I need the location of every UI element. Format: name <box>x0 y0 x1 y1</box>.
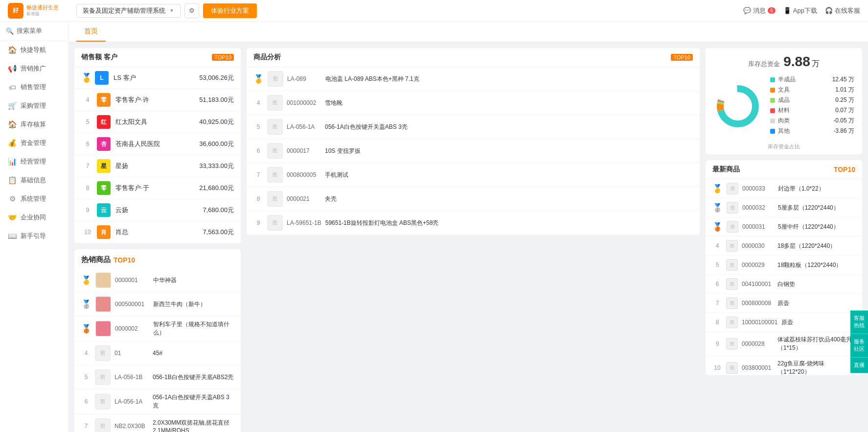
legend-color <box>770 129 775 134</box>
app-download-label: App下载 <box>793 6 817 15</box>
customer-value: 40,925.00元 <box>199 118 234 126</box>
legend-name: 成品 <box>778 96 827 104</box>
sidebar-item-operations[interactable]: 📊 经营管理 <box>0 152 68 171</box>
product-name: 59651-1B旋转投影灯电池盒 ABS黑色+58壳 <box>325 219 693 227</box>
hot-products-card: 热销商品 TOP10 🥇 0000001 中华神器 🥈 <box>74 249 241 432</box>
app-download-button[interactable]: 📱 App下载 <box>783 6 817 15</box>
rank-number: 6 <box>253 147 263 154</box>
rank-number: 7 <box>712 300 722 307</box>
legend-name: 材料 <box>778 106 827 115</box>
sidebar-item-home[interactable]: 🏠 快捷导航 <box>0 41 68 59</box>
product-code: 0000001 <box>115 277 149 284</box>
product-image: 图 <box>726 316 738 328</box>
customer-top10-card: 销售额 客户 TOP10 🥇 L LS 客户 53,006.26元 <box>74 48 241 243</box>
legend-value: -0.05 万 <box>830 117 854 125</box>
product-image: 图 <box>95 369 111 385</box>
most-sold-list: 🥇 图 LA-089 电池盖 LA-089 ABS本色+黑种 7.1克 4 图 … <box>247 67 700 235</box>
list-item: 6 图 0000017 10S 变扭罗扳 <box>247 139 700 163</box>
new-products-title: 最新商品 <box>712 165 834 174</box>
product-image: 图 <box>267 191 283 207</box>
live-button[interactable]: 直播 <box>850 358 868 373</box>
tab-home[interactable]: 首页 <box>76 22 106 42</box>
product-image: 图 <box>726 259 738 271</box>
logo-text: 畅捷通好生意 <box>26 4 59 11</box>
sidebar-item-label: 基础信息 <box>21 176 46 185</box>
medal-icon: 🥉 <box>81 324 91 334</box>
product-code: 0000021 <box>287 195 321 202</box>
online-service-button[interactable]: 🎧 在线客服 <box>825 6 860 15</box>
rank-number: 10 <box>81 229 94 236</box>
inventory-label: 库存总资金 <box>748 60 780 68</box>
sidebar-item-label: 库存核算 <box>21 120 46 129</box>
sidebar-item-collab[interactable]: 🤝 企业协同 <box>0 208 68 227</box>
rank-number: 7 <box>253 171 263 178</box>
middle-column: 商品分析 TOP10 🥇 图 LA-089 电池盖 LA-089 ABS本色+黑… <box>247 48 700 426</box>
new-products-list: 🥇 图 0000033 封边带（1.0*22） 🥈 图 0000032 5厘多层… <box>706 179 862 375</box>
legend-item: 肉类 -0.05 万 <box>770 117 854 125</box>
message-button[interactable]: 💬 消息 6 <box>743 6 776 15</box>
sidebar-item-inventory[interactable]: 🏠 库存核算 <box>0 115 68 134</box>
list-item: 9 图 LA-59651-1B 59651-1B旋转投影灯电池盒 ABS黑色+5… <box>247 211 700 235</box>
rank-number: 4 <box>712 242 722 249</box>
legend-value: 12.45 万 <box>830 75 854 84</box>
sidebar-item-finance[interactable]: 💰 资金管理 <box>0 134 68 152</box>
customer-list: 🥇 L LS 客户 53,006.26元 4 零 零售客户·许 51,183.0… <box>74 67 241 243</box>
message-label: 消息 <box>753 6 766 15</box>
list-item: 7 图 NB2.0X30B 2.0X30MM双搓花轴,搓花直径2.1MM/ROH… <box>74 414 241 432</box>
avatar: 杏 <box>97 137 111 151</box>
rank-number: 9 <box>712 340 722 347</box>
avatar: L <box>95 71 109 85</box>
rank-number: 6 <box>712 281 722 288</box>
legend-name: 肉类 <box>778 117 827 125</box>
sidebar-item-sales[interactable]: 🏷 销售管理 <box>0 78 68 96</box>
legend-area: 半成品 12.45 万 文具 1.01 万 <box>770 75 854 137</box>
inventory-unit: 万 <box>812 59 820 68</box>
settings-button[interactable]: ⚙ <box>184 3 199 18</box>
rank-number: 8 <box>253 195 263 202</box>
product-name: 5厘多层（1220*2440） <box>778 204 855 212</box>
list-item: 9 云 云扬 7,680.00元 <box>74 199 241 221</box>
sidebar-item-basic-info[interactable]: 📋 基础信息 <box>0 171 68 190</box>
product-image: 图 <box>267 143 283 159</box>
rank-number: 10 <box>712 364 722 371</box>
product-code: 10000100001 <box>742 319 777 326</box>
sidebar-item-purchase[interactable]: 🛒 采购管理 <box>0 96 68 115</box>
list-item: 🥇 图 LA-089 电池盖 LA-089 ABS本色+黑种 7.1克 <box>247 67 700 91</box>
medal-icon: 🥇 <box>712 184 723 194</box>
sidebar-item-guide[interactable]: 📖 新手引导 <box>0 227 68 245</box>
product-name: 手机测试 <box>325 171 693 179</box>
right-column: 库存总资金 9.88 万 <box>706 48 862 426</box>
sidebar-item-system[interactable]: ⚙ 系统管理 <box>0 190 68 208</box>
sidebar: 🔍 搜索菜单 🏠 快捷导航 📢 营销推广 🏷 销售管理 🛒 采购管理 🏠 <box>0 22 69 432</box>
rank-number: 6 <box>81 141 94 147</box>
finance-icon: 💰 <box>8 139 17 147</box>
product-image: 图 <box>95 418 111 432</box>
product-code: 004100001 <box>742 281 774 288</box>
list-item: 7 图 000800008 原壶 <box>706 294 862 313</box>
sidebar-search[interactable]: 🔍 搜索菜单 <box>0 22 68 41</box>
community-button[interactable]: 服务社区 <box>850 334 868 358</box>
rank-number: 7 <box>81 423 91 430</box>
svg-point-5 <box>725 94 751 119</box>
product-image: 图 <box>268 71 283 87</box>
customer-service-button[interactable]: 客服热线 <box>850 311 868 334</box>
sidebar-item-label: 系统管理 <box>21 194 46 203</box>
product-code: 0000028 <box>742 340 774 347</box>
nav-tab-bar: 首页 <box>69 22 868 42</box>
medal-icon: 🥈 <box>712 203 723 213</box>
customer-name: LS 客户 <box>114 73 199 82</box>
list-item: 7 星 星扬 33,333.00元 <box>74 155 241 177</box>
legend-value: 0.07 万 <box>830 106 854 115</box>
list-item: 🥉 0000002 智利车子里（规格不知道填什么） <box>74 316 241 341</box>
product-code: 0000030 <box>742 242 774 249</box>
system-selector[interactable]: 装备及固定资产辅助管理系统 ▼ <box>76 4 181 18</box>
product-image: 图 <box>267 215 283 231</box>
product-code: 0000033 <box>742 185 774 192</box>
sidebar-item-marketing[interactable]: 📢 营销推广 <box>0 59 68 78</box>
left-column: 销售额 客户 TOP10 🥇 L LS 客户 53,006.26元 <box>74 48 241 426</box>
list-item: 6 图 004100001 白钢垫 <box>706 275 862 294</box>
legend-item: 文具 1.01 万 <box>770 86 854 94</box>
trial-button[interactable]: 体验行业方案 <box>203 3 257 18</box>
float-buttons: 客服热线 服务社区 直播 <box>850 311 868 373</box>
legend-item: 成品 0.25 万 <box>770 96 854 104</box>
